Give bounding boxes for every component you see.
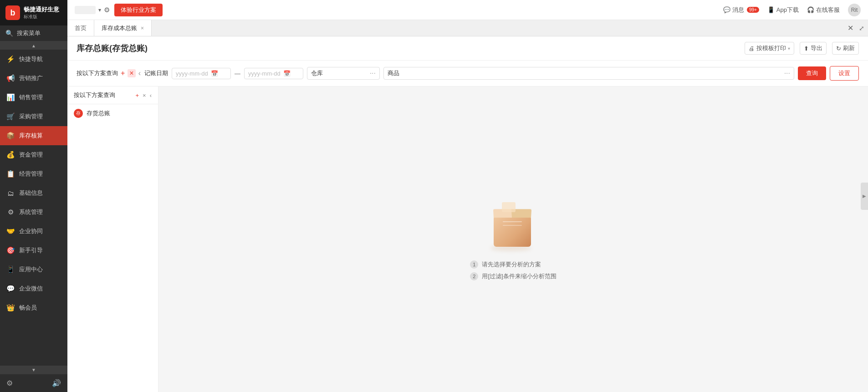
right-panel-toggle[interactable]: ▶ xyxy=(861,183,868,210)
scheme-item-inventory[interactable]: 存 存货总账 xyxy=(67,104,158,122)
export-btn[interactable]: ⬆ 导出 xyxy=(800,42,827,55)
sidebar-item-sales[interactable]: 📊 销售管理 xyxy=(0,88,67,107)
export-icon: ⬆ xyxy=(804,45,809,52)
sidebar-item-enterprise[interactable]: 🤝 企业协同 xyxy=(0,222,67,241)
filter-collapse-icon[interactable]: ‹ xyxy=(138,69,141,77)
panel-collapse-icon[interactable]: ‹ xyxy=(150,92,152,99)
topbar-right: 💬 消息 99+ 📱 App下载 🎧 在线客服 Rit xyxy=(723,4,861,16)
filter-controls: 记账日期 yyyy-mm-dd 📅 — yyyy-mm-dd 📅 仓库 ··· … xyxy=(144,67,794,80)
basic-icon: 🗂 xyxy=(6,189,15,197)
quick-nav-icon: ⚡ xyxy=(6,55,15,63)
sidebar-item-purchase[interactable]: 🛒 采购管理 xyxy=(0,107,67,126)
query-button[interactable]: 查询 xyxy=(798,66,826,80)
headset-icon: 🎧 xyxy=(807,6,814,13)
sidebar-item-basic[interactable]: 🗂 基础信息 xyxy=(0,183,67,203)
sales-icon: 📊 xyxy=(6,93,15,102)
finance-icon: 💰 xyxy=(6,151,15,159)
sidebar-item-wechat[interactable]: 💬 企业微信 xyxy=(0,279,67,298)
print-btn[interactable]: 🖨 按模板打印 ▾ xyxy=(745,42,794,55)
product-more-icon[interactable]: ··· xyxy=(784,69,790,77)
page-actions: 🖨 按模板打印 ▾ ⬆ 导出 ↻ 刷新 xyxy=(745,42,859,55)
wechat-icon: 💬 xyxy=(6,285,15,293)
sidebar-item-operations[interactable]: 📋 经营管理 xyxy=(0,164,67,183)
hint-num-1: 1 xyxy=(470,260,478,269)
filter-area: 按以下方案查询 + × ‹ 记账日期 yyyy-mm-dd 📅 — yyyy-m… xyxy=(67,61,868,87)
logo-icon: b xyxy=(5,5,20,20)
empty-illustration xyxy=(484,199,543,253)
calendar-start-icon[interactable]: 📅 xyxy=(211,70,218,77)
product-select[interactable]: 商品 ··· xyxy=(383,67,794,80)
app-download-item[interactable]: 📱 App下载 xyxy=(767,6,799,14)
scroll-up-button[interactable]: ▲ xyxy=(0,41,67,50)
warehouse-select[interactable]: 仓库 ··· xyxy=(307,67,380,80)
filter-actions: 查询 设置 xyxy=(798,66,859,81)
content-area: 按以下方案查询 + × ‹ 存 存货总账 xyxy=(67,87,868,392)
topbar: ▾ ⚙ 体验行业方案 💬 消息 99+ 📱 App下载 🎧 在线客服 Rit xyxy=(67,0,868,20)
marketing-icon: 📢 xyxy=(6,74,15,82)
panel-header-icons: + × ‹ xyxy=(135,92,152,99)
topbar-settings-icon[interactable]: ⚙ xyxy=(104,6,110,14)
guide-icon: 🎯 xyxy=(6,246,15,255)
data-area: 1 请先选择要分析的方案 2 用[过滤]条件来缩小分析范围 xyxy=(158,87,868,392)
refresh-btn[interactable]: ↻ 刷新 xyxy=(832,42,859,55)
expand-icon[interactable]: ⤢ xyxy=(859,25,864,32)
page-header: 库存总账(存货总账) 🖨 按模板打印 ▾ ⬆ 导出 ↻ 刷新 xyxy=(67,36,868,61)
sidebar-item-finance[interactable]: 💰 资金管理 xyxy=(0,145,67,164)
settings-button[interactable]: 设置 xyxy=(830,66,859,81)
sidebar-item-quick-nav[interactable]: ⚡ 快捷导航 xyxy=(0,50,67,69)
topbar-placeholder xyxy=(75,6,96,14)
phone-icon: 📱 xyxy=(767,6,775,13)
panel-delete-icon[interactable]: × xyxy=(143,92,146,99)
user-avatar[interactable]: Rit xyxy=(848,4,861,16)
tabs-bar: 首页 库存成本总账 × ✕ ⤢ xyxy=(67,20,868,36)
right-toggle-icon: ▶ xyxy=(863,193,866,199)
sidebar-item-appstore[interactable]: 📱 应用中心 xyxy=(0,260,67,279)
filter-delete-icon[interactable]: × xyxy=(128,69,135,77)
filter-add-icon[interactable]: + xyxy=(121,69,125,77)
sidebar: b 畅捷通好生意 标准版 🔍 搜索菜单 ▲ ⚡ 快捷导航 📢 营销推广 📊 销售… xyxy=(0,0,67,392)
sidebar-item-marketing[interactable]: 📢 营销推广 xyxy=(0,69,67,88)
bottom-settings-icon[interactable]: ⚙ xyxy=(6,379,13,387)
window-close-icon[interactable]: ✕ xyxy=(846,22,855,34)
topbar-dropdown-icon[interactable]: ▾ xyxy=(98,7,101,13)
sidebar-item-inventory[interactable]: 📦 库存核算 xyxy=(0,126,67,145)
calendar-end-icon[interactable]: 📅 xyxy=(283,70,291,77)
messages-item[interactable]: 💬 消息 99+ xyxy=(723,6,759,14)
sidebar-item-member[interactable]: 👑 畅会员 xyxy=(0,298,67,317)
scroll-down-button[interactable]: ▼ xyxy=(0,366,67,374)
date-end-input[interactable]: yyyy-mm-dd 📅 xyxy=(244,68,303,79)
online-service-item[interactable]: 🎧 在线客服 xyxy=(807,6,840,14)
messages-badge: 99+ xyxy=(747,7,759,13)
message-icon: 💬 xyxy=(723,6,730,13)
refresh-icon: ↻ xyxy=(836,45,841,52)
empty-state: 1 请先选择要分析的方案 2 用[过滤]条件来缩小分析范围 xyxy=(470,199,556,280)
system-icon: ⚙ xyxy=(6,208,15,216)
appstore-icon: 📱 xyxy=(6,265,15,274)
panel-add-icon[interactable]: + xyxy=(135,92,139,99)
sidebar-search[interactable]: 🔍 搜索菜单 xyxy=(0,25,67,41)
empty-text: 1 请先选择要分析的方案 2 用[过滤]条件来缩小分析范围 xyxy=(470,260,556,280)
left-panel-header: 按以下方案查询 + × ‹ xyxy=(67,87,158,104)
empty-hint-1: 1 请先选择要分析的方案 xyxy=(470,260,556,269)
operations-icon: 📋 xyxy=(6,170,15,178)
left-panel: 按以下方案查询 + × ‹ 存 存货总账 xyxy=(67,87,158,392)
enterprise-icon: 🤝 xyxy=(6,227,15,235)
filter-label: 按以下方案查询 + × ‹ xyxy=(77,69,141,77)
topbar-title: ▾ ⚙ xyxy=(75,6,110,14)
print-dropdown-icon: ▾ xyxy=(788,46,790,51)
tab-inventory-cost[interactable]: 库存成本总账 × xyxy=(94,20,152,36)
purchase-icon: 🛒 xyxy=(6,112,15,121)
filter-row: 按以下方案查询 + × ‹ 记账日期 yyyy-mm-dd 📅 — yyyy-m… xyxy=(77,66,859,81)
tab-home[interactable]: 首页 xyxy=(67,20,94,36)
tab-close-icon[interactable]: × xyxy=(141,25,144,31)
date-start-input[interactable]: yyyy-mm-dd 📅 xyxy=(172,68,231,79)
date-label: 记账日期 xyxy=(144,69,168,77)
hint-num-2: 2 xyxy=(470,272,478,280)
sidebar-item-system[interactable]: ⚙ 系统管理 xyxy=(0,203,67,222)
industry-btn[interactable]: 体验行业方案 xyxy=(114,4,163,16)
warehouse-more-icon[interactable]: ··· xyxy=(370,69,376,77)
app-logo: b 畅捷通好生意 标准版 xyxy=(0,0,67,25)
sidebar-item-guide[interactable]: 🎯 新手引导 xyxy=(0,241,67,260)
print-icon: 🖨 xyxy=(749,45,755,52)
bottom-audio-icon[interactable]: 🔊 xyxy=(52,379,61,387)
